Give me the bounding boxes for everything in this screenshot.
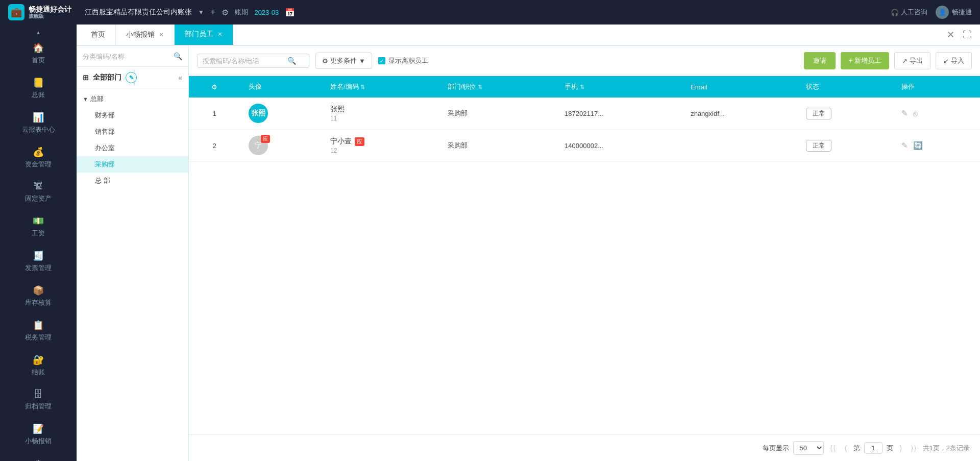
sidebar-item-funds[interactable]: 💰 资金管理 — [0, 140, 77, 175]
service-button[interactable]: 🎧 人工咨询 — [891, 8, 927, 17]
page-label: 第 — [853, 444, 860, 453]
scroll-up[interactable]: ▲ — [0, 29, 77, 36]
employee-toolbar: 🔍 ⚙ 更多条件 ▼ 显示离职员工 邀请 — [189, 46, 980, 76]
row2-status: 正常 — [798, 130, 894, 162]
logout-row1-button[interactable]: ⎋ — [913, 109, 918, 118]
dept-node-zongbu-sub[interactable]: 总 部 — [77, 173, 188, 189]
th-phone[interactable]: 手机 ⇅ — [556, 76, 682, 98]
add-employee-button[interactable]: + 新增员工 — [841, 52, 889, 69]
th-dept-pos[interactable]: 部门/职位 ⇅ — [439, 76, 557, 98]
resigned-checkbox[interactable] — [378, 57, 385, 64]
sidebar-item-invoice[interactable]: 🧾 发票管理 — [0, 244, 77, 279]
add-company-button[interactable]: + — [210, 7, 216, 18]
filter-button[interactable]: ⚙ 更多条件 ▼ — [315, 53, 372, 69]
sidebar-item-settings[interactable]: ⚙ 基础设置 — [0, 452, 77, 461]
sidebar-item-payroll[interactable]: 💵 工资 — [0, 209, 77, 244]
sidebar-item-home[interactable]: 🏠 首页 — [0, 36, 77, 71]
sidebar-label-closing: 结账 — [32, 368, 45, 377]
tax-icon: 📋 — [33, 320, 44, 331]
sidebar-item-tax[interactable]: 📋 税务管理 — [0, 313, 77, 348]
first-page-button[interactable]: ⟨⟨ — [828, 443, 838, 454]
filter-chevron: ▼ — [359, 57, 365, 65]
sidebar-label-archive: 归档管理 — [25, 402, 52, 411]
reports-icon: 📊 — [33, 112, 44, 123]
row1-email: zhangxidf... — [682, 98, 798, 130]
sidebar-item-reports[interactable]: 📊 云报表中心 — [0, 106, 77, 140]
dept-node-zongbu-parent[interactable]: ▼ 总部 — [77, 91, 188, 107]
sidebar-label-payroll: 工资 — [32, 229, 45, 238]
show-resigned-label: 显示离职员工 — [388, 56, 428, 65]
export-button[interactable]: ↗ 导出 — [894, 52, 930, 69]
import-button[interactable]: ↙ 导入 — [936, 52, 972, 69]
row2-dept: 采购部 — [439, 130, 557, 162]
edit-dept-button[interactable]: ✎ — [126, 72, 137, 83]
content-area: 首页 小畅报销 ✕ 部门员工 ✕ ✕ ⛶ 🔍 — [77, 25, 980, 461]
last-page-button[interactable]: ⟩⟩ — [909, 443, 919, 454]
tab-home[interactable]: 首页 — [81, 25, 116, 45]
th-email: Email — [682, 76, 798, 98]
dept-node-bangong[interactable]: 办公室 — [77, 140, 188, 156]
closing-icon: 🔐 — [33, 354, 44, 366]
tab-expense[interactable]: 小畅报销 ✕ — [116, 25, 175, 45]
sidebar-item-closing[interactable]: 🔐 结账 — [0, 348, 77, 383]
ledger-icon: 📒 — [33, 77, 44, 88]
company-dropdown[interactable]: ▼ — [198, 9, 204, 16]
dept-search-input[interactable] — [83, 53, 169, 60]
dept-node-xiaoshou[interactable]: 销售部 — [77, 124, 188, 140]
topbar: 💼 畅捷通好会计 旗舰版 江西服宝精品有限责任公司内账张 ▼ + ⚙ 账期 20… — [0, 0, 980, 25]
employee-search-icon[interactable]: 🔍 — [287, 57, 296, 65]
dept-node-bangong-label: 办公室 — [95, 143, 115, 153]
sidebar-item-inventory[interactable]: 📦 库存核算 — [0, 279, 77, 313]
row2-phone: 140000002... — [556, 130, 682, 162]
settings-icon[interactable]: ⚙ — [222, 8, 229, 17]
sidebar-item-ledger[interactable]: 📒 总账 — [0, 71, 77, 106]
collapse-panel-icon[interactable]: « — [178, 74, 182, 82]
expense-icon: 📝 — [33, 423, 44, 434]
dept-node-caiwu[interactable]: 财务部 — [77, 107, 188, 124]
import-icon: ↙ — [943, 57, 949, 65]
page-size-select[interactable]: 50 10 20 100 — [793, 441, 824, 455]
th-actions: 操作 — [893, 76, 980, 98]
sidebar: ▲ 🏠 首页 📒 总账 📊 云报表中心 💰 资金管理 🏗 固定资产 💵 工资 🧾… — [0, 25, 77, 461]
expand-button[interactable]: ⛶ — [961, 28, 974, 42]
page-total: 共1页，2条记录 — [923, 444, 970, 453]
row2-actions: ✎ 🔄 — [893, 130, 980, 162]
filter-icon: ⚙ — [322, 57, 328, 65]
page-content: 🔍 ⊞ 全部部门 ✎ « ▼ 总部 财务部 — [77, 46, 980, 461]
dept-tree-header: ⊞ 全部部门 ✎ « — [77, 67, 188, 89]
calendar-icon[interactable]: 📅 — [285, 8, 295, 17]
tab-department[interactable]: 部门员工 ✕ — [175, 25, 233, 45]
delete-row2-button[interactable]: 🔄 — [913, 141, 923, 150]
next-page-button[interactable]: ⟩ — [897, 443, 904, 454]
tab-department-label: 部门员工 — [185, 30, 213, 39]
edit-row1-button[interactable]: ✎ — [901, 109, 908, 118]
dept-node-caigou[interactable]: 采购部 — [77, 156, 188, 173]
page-size-label: 每页显示 — [763, 444, 789, 453]
sidebar-item-archive[interactable]: 🗄 归档管理 — [0, 383, 77, 417]
dept-search-icon[interactable]: 🔍 — [174, 52, 182, 60]
prev-page-button[interactable]: ⟨ — [842, 443, 849, 454]
sidebar-label-inventory: 库存核算 — [25, 298, 52, 307]
dept-node-caiwu-label: 财务部 — [95, 111, 115, 120]
page-input[interactable] — [864, 442, 883, 454]
assets-icon: 🏗 — [34, 181, 43, 192]
th-name-code[interactable]: 姓名/编码 ⇅ — [322, 76, 439, 98]
user-avatar: 👤 — [936, 6, 949, 19]
tab-department-close[interactable]: ✕ — [217, 31, 223, 38]
service-label: 人工咨询 — [901, 8, 927, 17]
close-tab-button[interactable]: ✕ — [945, 27, 957, 42]
user-menu[interactable]: 👤 畅捷通 — [936, 6, 972, 19]
show-resigned-toggle: 显示离职员工 — [378, 56, 428, 65]
dept-node-xiaoshou-label: 销售部 — [95, 127, 115, 136]
employee-search-input[interactable] — [203, 57, 284, 65]
th-settings[interactable]: ⚙ — [189, 76, 240, 98]
all-dept-label: 全部部门 — [93, 73, 121, 82]
sidebar-item-assets[interactable]: 🏗 固定资产 — [0, 175, 77, 209]
tab-expense-close[interactable]: ✕ — [159, 31, 164, 38]
edit-row2-button[interactable]: ✎ — [901, 141, 908, 150]
sidebar-item-expense[interactable]: 📝 小畅报销 — [0, 417, 77, 452]
invite-button[interactable]: 邀请 — [804, 52, 836, 69]
employee-search-box: 🔍 — [197, 54, 309, 68]
sidebar-label-tax: 税务管理 — [25, 333, 52, 342]
sidebar-label-invoice: 发票管理 — [25, 263, 52, 273]
